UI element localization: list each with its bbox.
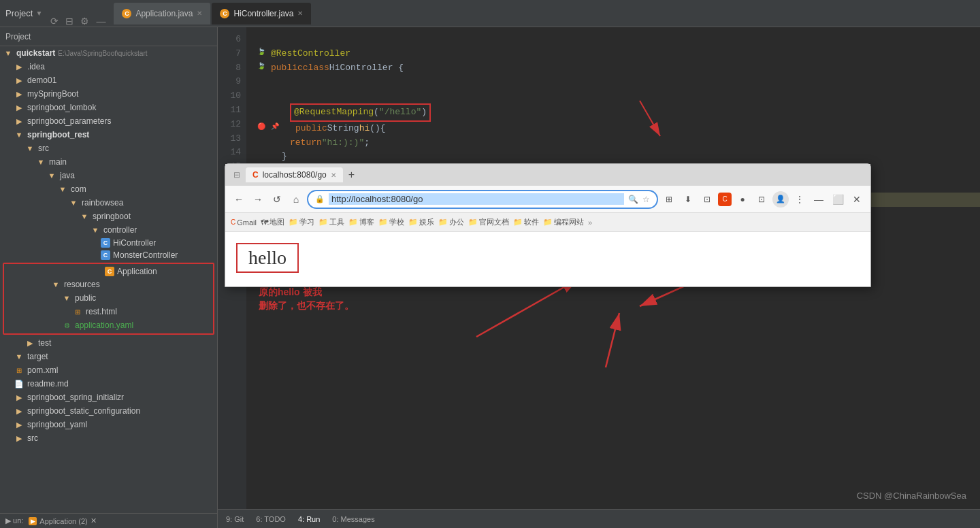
sidebar-tree[interactable]: ▼ quickstart E:\Java\SpringBoot\quicksta…	[0, 46, 217, 513]
todo-btn[interactable]: 6: TODO	[250, 514, 291, 525]
tree-label-com: com	[71, 184, 86, 194]
tree-item-java[interactable]: ▼ java	[0, 169, 217, 182]
tree-item-rainbowsea[interactable]: ▼ rainbowsea	[0, 196, 217, 210]
browser-back-btn[interactable]: ←	[231, 191, 247, 208]
minimize-icon[interactable]: —	[93, 16, 108, 27]
tree-item-demo01[interactable]: ▶ demo01	[0, 73, 217, 87]
browser-extension-2[interactable]: ⬇	[680, 191, 696, 208]
settings-icon[interactable]: ⚙	[78, 16, 92, 27]
tree-item-test[interactable]: ▶ test	[0, 336, 217, 350]
kw-class-8: class	[303, 61, 329, 76]
browser-menu-btn[interactable]: ⋮	[791, 191, 808, 208]
tree-item-target[interactable]: ▼ target	[0, 350, 217, 363]
bookmark-software[interactable]: 📁 软件	[513, 217, 539, 227]
kw-return-13: return	[290, 136, 322, 150]
java-orange-icon: C	[122, 9, 131, 18]
bookmark-study[interactable]: 📁 学习	[289, 217, 314, 227]
bookmark-official-docs[interactable]: 📁 官网文档	[468, 217, 509, 227]
tree-item-idea[interactable]: ▶ .idea	[0, 60, 217, 73]
code-line-6	[252, 33, 980, 47]
tree-item-resources[interactable]: ▼ resources	[4, 278, 213, 291]
tab-application-java[interactable]: C Application.java ✕	[114, 3, 210, 24]
messages-btn[interactable]: 0: Messages	[327, 514, 380, 525]
address-bar[interactable]: 🔒 http://localhost:8080/go 🔍 ☆	[307, 190, 658, 209]
tree-item-pom[interactable]: ⊞ pom.xml	[0, 363, 217, 377]
browser-avatar[interactable]: 👤	[772, 191, 789, 208]
tree-item-src[interactable]: ▼ src	[0, 142, 217, 155]
bookmark-gmail[interactable]: C Gmail	[231, 218, 257, 227]
csdn-icon[interactable]: C	[718, 193, 732, 206]
address-text[interactable]: http://localhost:8080/go	[329, 193, 624, 205]
tree-item-springboot-yaml[interactable]: ▶ springboot_yaml	[0, 418, 217, 431]
run-btn[interactable]: 4: Run	[293, 514, 325, 525]
tree-item-readme[interactable]: 📄 readme.md	[0, 377, 217, 391]
code-line-7: 🍃 @RestController	[252, 47, 980, 61]
tree-item-public[interactable]: ▼ public	[4, 291, 213, 305]
tree-label-spring-init: springboot_spring_initializr	[27, 393, 124, 402]
star-icon[interactable]: ☆	[642, 195, 650, 204]
tree-label-monstercontroller: MonsterController	[113, 250, 178, 260]
tree-item-rest-html[interactable]: ⊞ rest.html	[4, 305, 213, 318]
project-title[interactable]: Project ▼	[5, 8, 42, 18]
browser-extension-4[interactable]: ●	[734, 191, 751, 208]
tree-item-main[interactable]: ▼ main	[0, 155, 217, 169]
run-config-label[interactable]: ▶ Application (2) ✕	[29, 516, 96, 525]
tree-item-hicontroller-class[interactable]: C HiController	[0, 237, 217, 249]
code-line-13: return "hi:):)" ;	[252, 136, 980, 150]
classname-hi: HiController {	[329, 61, 404, 76]
browser-extension-3[interactable]: ⊡	[699, 191, 715, 208]
tree-item-application-class[interactable]: C Application	[4, 265, 213, 278]
tree-item-springboot-pkg[interactable]: ▼ springboot	[0, 210, 217, 223]
tree-item-springboot-params[interactable]: ▶ springboot_parameters	[0, 114, 217, 128]
bookmark-entertainment[interactable]: 📁 娱乐	[408, 217, 434, 227]
run-config-close[interactable]: ✕	[91, 516, 97, 525]
project-dropdown-icon[interactable]: ▼	[35, 10, 42, 17]
browser-extension-1[interactable]: ⊞	[661, 191, 677, 208]
browser-close-btn[interactable]: ✕	[849, 191, 865, 208]
folder-icon-target: ▼	[14, 351, 24, 362]
tab-hicontroller-close[interactable]: ✕	[297, 10, 303, 17]
browser-forward-btn[interactable]: →	[250, 191, 266, 208]
folder-icon-java: ▼	[46, 170, 57, 181]
browser-home-btn[interactable]: ⌂	[288, 191, 304, 208]
browser-active-tab[interactable]: C localhost:8080/go ✕	[246, 167, 343, 182]
tree-item-src-root[interactable]: ▶ src	[0, 431, 217, 445]
git-btn[interactable]: 9: Git	[220, 514, 249, 525]
bookmark-school[interactable]: 📁 学校	[378, 217, 404, 227]
tree-item-monstercontroller-class[interactable]: C MonsterController	[0, 249, 217, 261]
string-hi: "hi:):)"	[322, 136, 364, 150]
browser-refresh-btn[interactable]: ↺	[269, 191, 285, 208]
folder-icon-src: ▼	[24, 143, 35, 154]
tree-item-spring-init[interactable]: ▶ springboot_spring_initializr	[0, 391, 217, 404]
folder-icon-springboot-yaml: ▶	[14, 419, 24, 430]
split-icon[interactable]: ⊟	[63, 16, 76, 27]
browser-maximize-btn[interactable]: ⬜	[830, 191, 846, 208]
browser-minimize-btn[interactable]: —	[811, 191, 827, 208]
bookmark-tools[interactable]: 📁 工具	[318, 217, 344, 227]
tree-item-springboot-rest[interactable]: ▼ springboot_rest	[0, 128, 217, 142]
tree-item-quickstart[interactable]: ▼ quickstart E:\Java\SpringBoot\quicksta…	[0, 46, 217, 60]
tree-label-src: src	[38, 144, 49, 153]
browser-tab-close[interactable]: ✕	[331, 171, 336, 179]
bookmark-map[interactable]: 🗺 地图	[261, 217, 284, 227]
tree-item-controller-pkg[interactable]: ▼ controller	[0, 223, 217, 237]
bookmark-office[interactable]: 📁 办公	[438, 217, 464, 227]
tab-application-close[interactable]: ✕	[197, 10, 202, 17]
code-line-10	[252, 89, 980, 103]
bookmarks-more-icon[interactable]: »	[588, 218, 592, 227]
tree-item-static-config[interactable]: ▶ springboot_static_configuration	[0, 404, 217, 418]
browser-new-tab-btn[interactable]: +	[346, 169, 357, 181]
browser-tab-back-icon[interactable]: ⊟	[231, 170, 243, 180]
tree-item-com[interactable]: ▼ com	[0, 182, 217, 196]
bookmark-blog[interactable]: 📁 博客	[348, 217, 374, 227]
tab-hicontroller-java[interactable]: C HiController.java ✕	[212, 3, 311, 24]
browser-extension-5[interactable]: ⊡	[753, 191, 770, 208]
yaml-icon: ⚙	[61, 320, 72, 331]
tree-item-myspringboot[interactable]: ▶ mySpringBoot	[0, 87, 217, 101]
tree-item-springboot-lombok[interactable]: ▶ springboot_lombok	[0, 101, 217, 114]
sync-icon[interactable]: ⟳	[48, 16, 61, 27]
run-label: ▶ un:	[5, 516, 23, 525]
tree-item-application-yaml[interactable]: ⚙ application.yaml	[4, 318, 213, 332]
bookmark-coding[interactable]: 📁 编程网站	[543, 217, 584, 227]
lock-icon: 🔒	[315, 195, 325, 203]
